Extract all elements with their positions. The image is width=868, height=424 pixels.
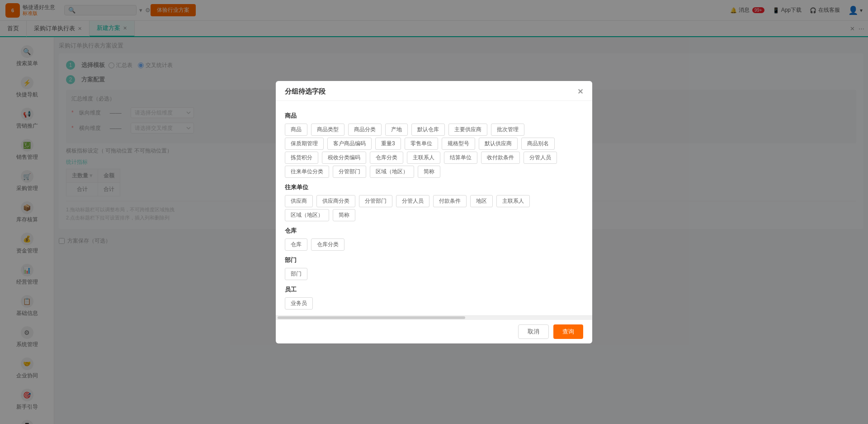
field-tag[interactable]: 简称 xyxy=(333,209,355,221)
field-tag[interactable]: 商品 xyxy=(285,124,307,136)
field-tag[interactable]: 区域（地区） xyxy=(285,209,329,221)
section-dept-fields: 部门 xyxy=(285,268,583,280)
section-goods-fields: 商品 商品类型 商品分类 产地 默认仓库 主要供应商 批次管理 xyxy=(285,124,583,136)
section-partners-title: 往来单位 xyxy=(285,183,583,191)
field-tag[interactable]: 供应商 xyxy=(285,195,313,207)
field-tag[interactable]: 主联系人 xyxy=(407,152,440,164)
field-tag[interactable]: 产地 xyxy=(385,124,408,136)
field-tag[interactable]: 默认仓库 xyxy=(411,124,445,136)
section-goods-fields-3: 拣货积分 税收分类编码 仓库分类 主联系人 结算单位 收付款条件 分管人员 xyxy=(285,152,583,164)
modal-horizontal-scrollbar[interactable] xyxy=(276,315,592,319)
confirm-button[interactable]: 查询 xyxy=(553,324,583,339)
field-tag[interactable]: 商品类型 xyxy=(311,124,344,136)
section-warehouse-title: 仓库 xyxy=(285,227,583,235)
field-tag[interactable]: 批次管理 xyxy=(491,124,524,136)
section-warehouse-fields: 仓库 仓库分类 xyxy=(285,238,583,251)
field-tag[interactable]: 分管部门 xyxy=(333,166,366,178)
field-tag[interactable]: 供应商分类 xyxy=(316,195,355,207)
field-tag[interactable]: 客户商品编码 xyxy=(327,138,372,150)
field-tag[interactable]: 分管部门 xyxy=(359,195,392,207)
field-tag[interactable]: 结算单位 xyxy=(444,152,477,164)
section-partners-fields-2: 区域（地区） 简称 xyxy=(285,209,583,221)
field-tag[interactable]: 付款条件 xyxy=(433,195,467,207)
field-tag[interactable]: 业务员 xyxy=(285,297,313,310)
field-tag[interactable]: 商品分类 xyxy=(348,124,382,136)
section-goods-title: 商品 xyxy=(285,112,583,120)
modal-footer: 取消 查询 xyxy=(276,319,592,343)
field-tag[interactable]: 保质期管理 xyxy=(285,138,324,150)
field-tag[interactable]: 分管人员 xyxy=(524,152,557,164)
field-tag[interactable]: 区域（地区） xyxy=(370,166,414,178)
modal-header: 分组待选字段 ✕ xyxy=(276,81,592,101)
cancel-button[interactable]: 取消 xyxy=(518,324,549,339)
field-tag[interactable]: 重量3 xyxy=(375,138,401,150)
modal-close-button[interactable]: ✕ xyxy=(577,87,583,96)
modal-title: 分组待选字段 xyxy=(285,87,326,96)
field-tag[interactable]: 地区 xyxy=(470,195,493,207)
hscroll-thumb xyxy=(278,316,465,319)
field-tag[interactable]: 默认供应商 xyxy=(479,138,518,150)
section-dept-title: 部门 xyxy=(285,256,583,264)
field-tag[interactable]: 仓库分类 xyxy=(370,152,403,164)
modal-dialog: 分组待选字段 ✕ 商品 商品 商品类型 商品分类 产地 默认仓库 主要供应商 批… xyxy=(276,81,592,343)
section-partners-fields: 供应商 供应商分类 分管部门 分管人员 付款条件 地区 主联系人 xyxy=(285,195,583,207)
field-tag[interactable]: 规格型号 xyxy=(442,138,475,150)
field-tag[interactable]: 零售单位 xyxy=(405,138,438,150)
field-tag[interactable]: 简称 xyxy=(418,166,440,178)
field-tag[interactable]: 收付款条件 xyxy=(481,152,520,164)
field-tag[interactable]: 分管人员 xyxy=(396,195,429,207)
field-tag[interactable]: 往来单位分类 xyxy=(285,166,329,178)
field-tag[interactable]: 部门 xyxy=(285,268,307,280)
field-tag[interactable]: 仓库分类 xyxy=(311,238,344,251)
section-goods-fields-2: 保质期管理 客户商品编码 重量3 零售单位 规格型号 默认供应商 商品别名 xyxy=(285,138,583,150)
field-tag[interactable]: 商品别名 xyxy=(521,138,555,150)
field-tag[interactable]: 仓库 xyxy=(285,238,307,251)
field-tag[interactable]: 税收分类编码 xyxy=(322,152,366,164)
section-employee-fields: 业务员 xyxy=(285,297,583,310)
field-tag[interactable]: 主联系人 xyxy=(496,195,530,207)
modal-overlay: 分组待选字段 ✕ 商品 商品 商品类型 商品分类 产地 默认仓库 主要供应商 批… xyxy=(0,0,868,424)
modal-body: 商品 商品 商品类型 商品分类 产地 默认仓库 主要供应商 批次管理 保质期管理… xyxy=(276,101,592,316)
section-goods-fields-4: 往来单位分类 分管部门 区域（地区） 简称 xyxy=(285,166,583,178)
section-employee-title: 员工 xyxy=(285,286,583,294)
field-tag[interactable]: 拣货积分 xyxy=(285,152,318,164)
field-tag[interactable]: 主要供应商 xyxy=(448,124,487,136)
